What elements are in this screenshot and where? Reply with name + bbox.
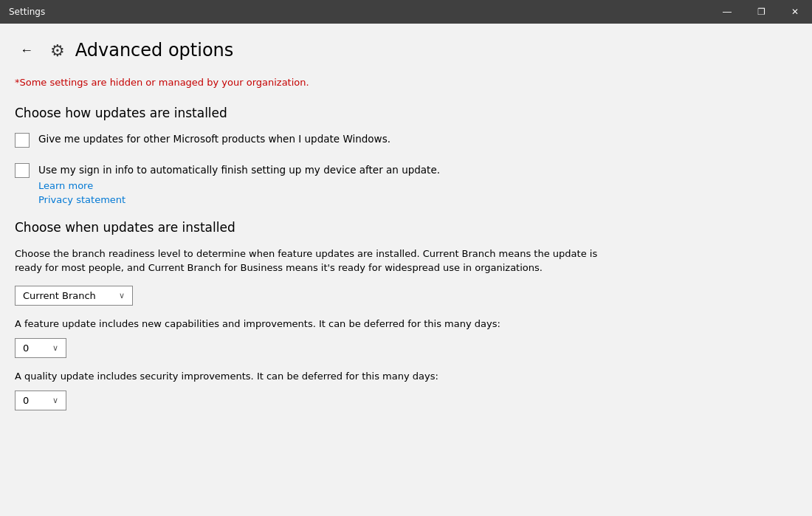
checkbox2-row: Use my sign in info to automatically fin…: [15, 162, 782, 205]
branch-dropdown[interactable]: Current Branch ∨: [15, 286, 133, 306]
content-area: ← ⚙ Advanced options *Some settings are …: [0, 24, 812, 516]
gear-icon: ⚙: [50, 41, 65, 60]
quality-days-chevron: ∨: [52, 396, 58, 405]
feature-update-description: A feature update includes new capabiliti…: [15, 317, 620, 331]
quality-days-dropdown[interactable]: 0 ∨: [15, 391, 66, 410]
page-header: ← ⚙ Advanced options: [15, 38, 782, 62]
checkbox1-label: Give me updates for other Microsoft prod…: [38, 132, 390, 146]
section2-title: Choose when updates are installed: [15, 220, 782, 235]
checkbox1-row: Give me updates for other Microsoft prod…: [15, 132, 782, 148]
checkbox2-content: Use my sign in info to automatically fin…: [38, 162, 440, 205]
feature-days-chevron: ∨: [52, 343, 58, 353]
page-title-area: ⚙ Advanced options: [50, 40, 233, 61]
titlebar: Settings — ❐ ✕: [0, 0, 812, 24]
branch-description: Choose the branch readiness level to det…: [15, 247, 620, 275]
checkbox2-label: Use my sign in info to automatically fin…: [38, 164, 440, 176]
checkbox1[interactable]: [15, 133, 30, 148]
maximize-button[interactable]: ❐: [744, 0, 778, 24]
learn-more-link[interactable]: Learn more: [38, 180, 440, 191]
feature-days-dropdown[interactable]: 0 ∨: [15, 338, 66, 358]
main-layout: ← ⚙ Advanced options *Some settings are …: [0, 24, 812, 516]
checkbox2[interactable]: [15, 163, 30, 178]
branch-dropdown-value: Current Branch: [23, 290, 96, 301]
warning-text: *Some settings are hidden or managed by …: [15, 77, 782, 88]
close-button[interactable]: ✕: [778, 0, 812, 24]
privacy-statement-link[interactable]: Privacy statement: [38, 194, 440, 205]
page-title: Advanced options: [75, 40, 234, 61]
section1-title: Choose how updates are installed: [15, 106, 782, 120]
quality-days-value: 0: [23, 395, 29, 406]
feature-days-value: 0: [23, 343, 29, 354]
titlebar-title: Settings: [9, 7, 45, 17]
back-button[interactable]: ←: [15, 38, 38, 62]
titlebar-controls: — ❐ ✕: [710, 0, 812, 24]
minimize-button[interactable]: —: [710, 0, 744, 24]
quality-update-description: A quality update includes security impro…: [15, 370, 620, 383]
branch-dropdown-chevron: ∨: [119, 291, 125, 300]
